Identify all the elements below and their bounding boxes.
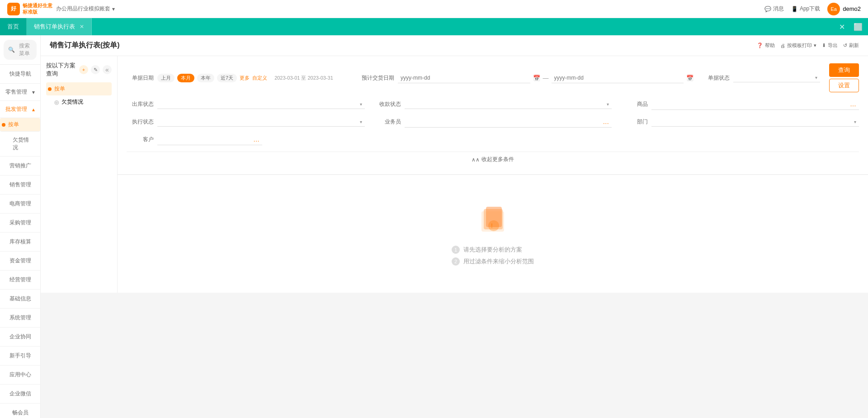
restore-window-btn[interactable]: ⬜ bbox=[852, 20, 864, 33]
filter-group-execution: 执行状态 ▾ bbox=[127, 118, 365, 127]
sidebar-item-sales-mgmt[interactable]: 销售管理 bbox=[0, 176, 40, 195]
scheme-item-debt[interactable]: ◎ 欠货情况 bbox=[46, 95, 112, 109]
tag-more[interactable]: 更多 bbox=[240, 75, 250, 81]
search-menu-btn[interactable]: 🔍 搜索菜单 bbox=[4, 40, 37, 60]
calendar-icon-1[interactable]: 📅 bbox=[533, 75, 540, 81]
collapse-panel-btn[interactable]: « bbox=[103, 65, 112, 74]
sidebar-item-quick-nav[interactable]: 快捷导航 bbox=[0, 65, 40, 84]
nav-tabs: 首页 销售订单执行表 ✕ ✕ ⬜ bbox=[0, 18, 868, 35]
debt-item-icon: ◎ bbox=[54, 99, 59, 105]
expected-date-from[interactable] bbox=[398, 73, 530, 83]
refresh-btn[interactable]: ↺ 刷新 bbox=[843, 42, 859, 49]
empty-illustration: ! bbox=[475, 202, 511, 238]
sidebar-item-inventory[interactable]: 库存核算 bbox=[0, 233, 40, 252]
username: demo2 bbox=[843, 5, 861, 12]
sidebar-item-app-center[interactable]: 应用中心 bbox=[0, 366, 40, 385]
expected-date-range: 📅 — 📅 bbox=[398, 73, 693, 83]
collection-label: 收款状态 bbox=[374, 100, 401, 108]
sidebar-item-newbie[interactable]: 新手引导 bbox=[0, 347, 40, 366]
sidebar-item-purchase[interactable]: 采购管理 bbox=[0, 214, 40, 233]
query-actions: 查询 设置 bbox=[829, 63, 859, 92]
tab-home[interactable]: 首页 bbox=[0, 18, 27, 35]
sidebar-item-orders[interactable]: 按单 bbox=[0, 118, 40, 132]
empty-step-1: 1 请先选择要分析的方案 bbox=[452, 246, 534, 254]
delivery-select[interactable]: ▾ bbox=[157, 100, 365, 109]
scheme-item-by-order[interactable]: 按单 bbox=[46, 82, 112, 95]
help-btn[interactable]: ❓ 帮助 bbox=[757, 42, 775, 49]
industry-dropdown[interactable]: 办公用品行业模拟账套 ▾ bbox=[56, 5, 115, 13]
edit-scheme-btn[interactable]: ✎ bbox=[91, 65, 100, 74]
sidebar-item-retail[interactable]: 零售管理 ▾ bbox=[0, 84, 40, 101]
tag-this-year[interactable]: 本年 bbox=[197, 74, 214, 82]
filter-panel: 单据日期 上月 本月 本年 近7天 更多 自定义 2023-03-01 至 20… bbox=[118, 56, 868, 175]
right-content: 单据日期 上月 本月 本年 近7天 更多 自定义 2023-03-01 至 20… bbox=[118, 56, 868, 293]
date-range-text: 2023-03-01 至 2023-03-31 bbox=[274, 75, 333, 81]
logo-text: 畅捷通好生意 标准版 bbox=[23, 3, 52, 14]
sidebar: 🔍 搜索菜单 快捷导航 零售管理 ▾ 批发管理 ▴ 按单 欠货情况 营销推广 销… bbox=[0, 35, 41, 418]
print-chevron-icon: ▾ bbox=[814, 43, 816, 48]
logo-icon: 好 bbox=[7, 3, 20, 15]
sidebar-item-enterprise-wechat[interactable]: 企业微信 bbox=[0, 385, 40, 404]
filter-group-goods: 商品 … bbox=[621, 99, 859, 110]
tag-last-month[interactable]: 上月 bbox=[157, 74, 175, 82]
svg-point-3 bbox=[488, 220, 499, 231]
left-filter-title: 按以下方案查询 bbox=[46, 62, 79, 78]
sidebar-item-enterprise-collab[interactable]: 企业协同 bbox=[0, 328, 40, 347]
sidebar-item-wholesale[interactable]: 批发管理 ▴ bbox=[0, 101, 40, 118]
active-scheme-dot bbox=[48, 87, 52, 91]
query-button[interactable]: 查询 bbox=[829, 63, 859, 77]
salesperson-more-btn[interactable]: … bbox=[603, 118, 609, 125]
execution-select[interactable]: ▾ bbox=[157, 118, 365, 127]
filter-row-customer: 客户 … bbox=[127, 134, 859, 145]
tag-custom[interactable]: 自定义 bbox=[252, 75, 267, 81]
department-select[interactable]: ▾ bbox=[651, 118, 859, 127]
message-icon: 💬 bbox=[764, 6, 771, 12]
sidebar-item-operations[interactable]: 经营管理 bbox=[0, 271, 40, 290]
message-btn[interactable]: 💬 消息 bbox=[764, 5, 784, 13]
sidebar-item-basic-info[interactable]: 基础信息 bbox=[0, 290, 40, 309]
close-tab-icon[interactable]: ✕ bbox=[80, 24, 84, 30]
expected-date-to[interactable] bbox=[552, 73, 684, 83]
sidebar-item-member[interactable]: 畅会员 bbox=[0, 404, 40, 418]
settings-button[interactable]: 设置 bbox=[829, 79, 859, 92]
sidebar-item-ecommerce[interactable]: 电商管理 bbox=[0, 195, 40, 214]
filter-group-department: 部门 ▾ bbox=[621, 118, 859, 127]
inner-layout: 按以下方案查询 + ✎ « 按单 bbox=[41, 56, 868, 293]
collection-select[interactable]: ▾ bbox=[405, 100, 612, 109]
customer-more-btn[interactable]: … bbox=[253, 136, 259, 143]
header-right: 💬 消息 📱 App下载 Ea demo2 bbox=[764, 3, 861, 15]
avatar: Ea bbox=[827, 3, 840, 15]
filter-group-delivery: 出库状态 ▾ bbox=[127, 100, 365, 109]
filter-group-date: 单据日期 上月 本月 本年 近7天 更多 自定义 2023-03-01 至 20… bbox=[127, 74, 353, 82]
step-num-2: 2 bbox=[452, 257, 460, 266]
sidebar-item-finance[interactable]: 资金管理 bbox=[0, 252, 40, 271]
print-icon: 🖨 bbox=[780, 43, 785, 48]
date-label: 单据日期 bbox=[127, 74, 154, 82]
sidebar-item-debt[interactable]: 欠货情况 bbox=[0, 132, 40, 157]
add-scheme-btn[interactable]: + bbox=[79, 65, 88, 74]
template-print-btn[interactable]: 🖨 按模板打印 ▾ bbox=[780, 42, 816, 49]
goods-more-btn[interactable]: … bbox=[850, 100, 856, 108]
app-download-btn[interactable]: 📱 App下载 bbox=[791, 5, 820, 13]
tag-last-7days[interactable]: 近7天 bbox=[217, 74, 237, 82]
main-layout: 🔍 搜索菜单 快捷导航 零售管理 ▾ 批发管理 ▴ 按单 欠货情况 营销推广 销… bbox=[0, 35, 868, 418]
sidebar-item-system[interactable]: 系统管理 bbox=[0, 309, 40, 328]
tag-this-month[interactable]: 本月 bbox=[177, 74, 194, 82]
customer-label: 客户 bbox=[127, 136, 154, 143]
status-select[interactable]: ▾ bbox=[733, 73, 820, 82]
collapse-more-btn[interactable]: ∧∧ 收起更多条件 bbox=[127, 152, 859, 167]
sidebar-item-marketing[interactable]: 营销推广 bbox=[0, 157, 40, 176]
chevron-icon: ▾ bbox=[32, 89, 35, 95]
user-info[interactable]: Ea demo2 bbox=[827, 3, 861, 15]
close-window-btn[interactable]: ✕ bbox=[835, 20, 848, 33]
refresh-icon: ↺ bbox=[843, 43, 847, 48]
salesperson-label: 业务员 bbox=[374, 118, 401, 126]
execution-chevron: ▾ bbox=[360, 119, 362, 124]
page-actions: ❓ 帮助 🖨 按模板打印 ▾ ⬇ 导出 ↺ 刷新 bbox=[757, 42, 859, 49]
search-icon: 🔍 bbox=[8, 47, 15, 53]
filter-group-salesperson: 业务员 … bbox=[374, 116, 612, 128]
export-btn[interactable]: ⬇ 导出 bbox=[822, 42, 838, 49]
sales-order-tab-label: 销售订单执行表 bbox=[34, 23, 75, 31]
calendar-icon-2[interactable]: 📅 bbox=[686, 75, 693, 81]
tab-sales-order[interactable]: 销售订单执行表 ✕ bbox=[27, 18, 92, 35]
